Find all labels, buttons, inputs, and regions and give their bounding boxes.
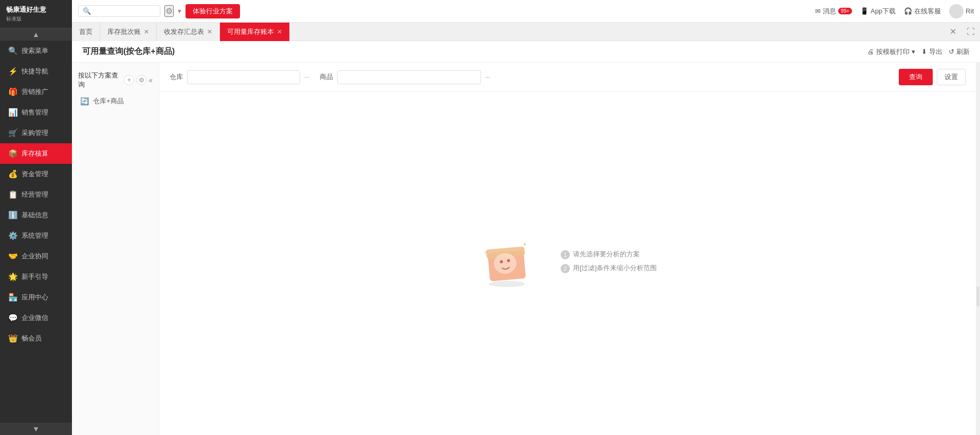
scrollbar-right[interactable] xyxy=(976,63,980,435)
scheme-icon: 🔄 xyxy=(80,97,89,105)
refresh-icon: ↺ xyxy=(949,48,954,55)
setting-btn[interactable]: 设置 xyxy=(937,69,966,85)
sidebar-item-label: 营销推广 xyxy=(22,87,48,97)
hint-1: 1 请先选择要分析的方案 xyxy=(561,250,657,259)
empty-wrapper: ✦ ✦ 1 请先选择要分析的方案 2 用[过滤]条件来缩小分析范围 xyxy=(478,229,657,298)
sidebar-item-label: 新手引导 xyxy=(22,272,48,281)
tab-available-ledger[interactable]: 可用量库存账本 ✕ xyxy=(220,23,290,41)
online-service-btn[interactable]: 🎧 在线客服 xyxy=(904,7,941,16)
sidebar-scroll-down[interactable]: ▼ xyxy=(0,423,72,435)
tab-receipt-summary[interactable]: 收发存汇总表 ✕ xyxy=(157,23,220,41)
topbar: 🔍 ⚙ ▾ 体验行业方案 ✉ 消息 99+ 📱 App下载 🎧 在线客服 Rit xyxy=(72,0,980,23)
sidebar-item-label: 资金管理 xyxy=(22,169,48,179)
page-header-actions: 🖨 按模板打印 ▾ ⬇ 导出 ↺ 刷新 xyxy=(867,47,970,56)
print-icon: 🖨 xyxy=(867,48,874,55)
message-icon: ✉ xyxy=(815,7,821,15)
close-batch-account[interactable]: ✕ xyxy=(144,28,149,35)
message-btn[interactable]: ✉ 消息 99+ xyxy=(815,7,852,16)
empty-state: ✦ ✦ 1 请先选择要分析的方案 2 用[过滤]条件来缩小分析范围 xyxy=(159,92,976,435)
close-receipt-summary[interactable]: ✕ xyxy=(207,28,212,35)
gear-button[interactable]: ⚙ xyxy=(164,5,174,17)
query-form: 仓库 ··· 商品 ··· 查询 设置 xyxy=(159,63,976,92)
topbar-search-box[interactable]: 🔍 xyxy=(78,5,160,17)
svg-point-5 xyxy=(489,281,525,287)
export-btn[interactable]: ⬇ 导出 xyxy=(921,47,942,56)
version-badge: 标准版 xyxy=(6,15,66,23)
sidebar-item-label: 系统管理 xyxy=(22,231,48,240)
sidebar-item-label: 销售管理 xyxy=(22,108,48,117)
add-scheme-btn[interactable]: + xyxy=(124,75,134,85)
empty-hints: 1 请先选择要分析的方案 2 用[过滤]条件来缩小分析范围 xyxy=(561,250,657,277)
sidebar-header: 畅康通好生意 标准版 xyxy=(0,0,72,28)
sidebar-item-label: 搜索菜单 xyxy=(22,46,48,55)
sidebar-item-label: 经营管理 xyxy=(22,190,48,199)
purchase-icon: 🛒 xyxy=(8,128,17,138)
sidebar-item-finance[interactable]: 💰 资金管理 xyxy=(0,164,72,184)
warehouse-more-btn[interactable]: ··· xyxy=(304,73,309,81)
sidebar-item-guide[interactable]: 🌟 新手引导 xyxy=(0,267,72,287)
quicknav-icon: ⚡ xyxy=(8,67,17,76)
finance-icon: 💰 xyxy=(8,169,17,179)
app-download-btn[interactable]: 📱 App下载 xyxy=(860,7,896,16)
sidebar-item-system[interactable]: ⚙️ 系统管理 xyxy=(0,225,72,246)
sidebar-item-enterprise[interactable]: 🤝 企业协同 xyxy=(0,246,72,267)
page-header: 可用量查询(按仓库+商品) 🖨 按模板打印 ▾ ⬇ 导出 ↺ 刷新 xyxy=(72,41,980,63)
left-panel-actions: + ⚙ « xyxy=(124,75,153,85)
online-service-label: 在线客服 xyxy=(914,7,941,16)
empty-svg: ✦ ✦ xyxy=(478,229,540,290)
sidebar-item-wechat[interactable]: 💬 企业微信 xyxy=(0,308,72,328)
scheme-item-warehouse-product[interactable]: 🔄 仓库+商品 xyxy=(72,92,159,110)
sidebar-item-sales[interactable]: 📊 销售管理 xyxy=(0,102,72,123)
product-more-btn[interactable]: ··· xyxy=(485,73,490,81)
tabs-actions: ✕ ⛶ xyxy=(945,27,980,36)
print-btn[interactable]: 🖨 按模板打印 ▾ xyxy=(867,47,915,56)
sidebar-item-label: 采购管理 xyxy=(22,128,48,138)
sidebar-item-label: 企业协同 xyxy=(22,252,48,261)
query-btn[interactable]: 查询 xyxy=(899,69,933,85)
sidebar-item-vip[interactable]: 👑 畅会员 xyxy=(0,328,72,349)
sidebar-item-label: 应用中心 xyxy=(22,293,48,302)
sidebar-item-quicknav[interactable]: ⚡ 快捷导航 xyxy=(0,61,72,82)
warehouse-input[interactable] xyxy=(187,70,300,84)
refresh-btn[interactable]: ↺ 刷新 xyxy=(949,47,970,56)
user-name: Rit xyxy=(966,7,974,15)
print-label: 按模板打印 xyxy=(876,47,910,56)
sidebar-item-inventory[interactable]: 📦 库存核算 xyxy=(0,143,72,164)
tab-home[interactable]: 首页 xyxy=(72,23,100,41)
main-area: 🔍 ⚙ ▾ 体验行业方案 ✉ 消息 99+ 📱 App下载 🎧 在线客服 Rit xyxy=(72,0,980,435)
base-icon: ℹ️ xyxy=(8,211,17,220)
left-panel-header: 按以下方案查询 + ⚙ « xyxy=(72,68,159,92)
maximize-btn[interactable]: ⛶ xyxy=(961,27,980,36)
sidebar-item-base[interactable]: ℹ️ 基础信息 xyxy=(0,205,72,225)
enterprise-icon: 🤝 xyxy=(8,252,17,261)
sidebar-item-purchase[interactable]: 🛒 采购管理 xyxy=(0,123,72,143)
tabs-bar: 首页 库存批次账 ✕ 收发存汇总表 ✕ 可用量库存账本 ✕ ✕ ⛶ xyxy=(72,23,980,41)
search-input[interactable] xyxy=(93,8,155,15)
hint-text-1: 请先选择要分析的方案 xyxy=(573,250,640,259)
sidebar-item-appstore[interactable]: 🏪 应用中心 xyxy=(0,287,72,308)
hint-2: 2 用[过滤]条件来缩小分析范围 xyxy=(561,263,657,273)
sidebar-item-marketing[interactable]: 🎁 营销推广 xyxy=(0,82,72,102)
sidebar-nav: 🔍 搜索菜单 ⚡ 快捷导航 🎁 营销推广 📊 销售管理 🛒 采购管理 📦 库存核… xyxy=(0,41,72,423)
dropdown-icon[interactable]: ▾ xyxy=(178,7,181,15)
svg-text:✦: ✦ xyxy=(484,250,488,255)
sidebar-scroll-up[interactable]: ▲ xyxy=(0,28,72,41)
scheme-label: 仓库+商品 xyxy=(93,97,124,106)
left-panel-title: 按以下方案查询 xyxy=(78,71,121,89)
collapse-panel-btn[interactable]: « xyxy=(149,76,153,84)
tab-batch-account[interactable]: 库存批次账 ✕ xyxy=(100,23,157,41)
app-download-label: App下载 xyxy=(871,7,896,16)
refresh-label: 刷新 xyxy=(956,47,970,56)
manage-scheme-btn[interactable]: ⚙ xyxy=(136,75,146,85)
product-input[interactable] xyxy=(337,70,481,84)
operations-icon: 📋 xyxy=(8,190,17,199)
warehouse-label: 仓库 xyxy=(170,72,183,82)
trial-btn[interactable]: 体验行业方案 xyxy=(186,4,240,18)
sidebar-item-operations[interactable]: 📋 经营管理 xyxy=(0,184,72,205)
close-available-ledger[interactable]: ✕ xyxy=(277,28,282,35)
svg-text:✦: ✦ xyxy=(522,241,527,248)
tab-batch-account-label: 库存批次账 xyxy=(107,27,141,36)
sidebar-item-search[interactable]: 🔍 搜索菜单 xyxy=(0,41,72,61)
user-info[interactable]: Rit xyxy=(949,4,974,18)
close-all-tabs-btn[interactable]: ✕ xyxy=(945,27,961,36)
